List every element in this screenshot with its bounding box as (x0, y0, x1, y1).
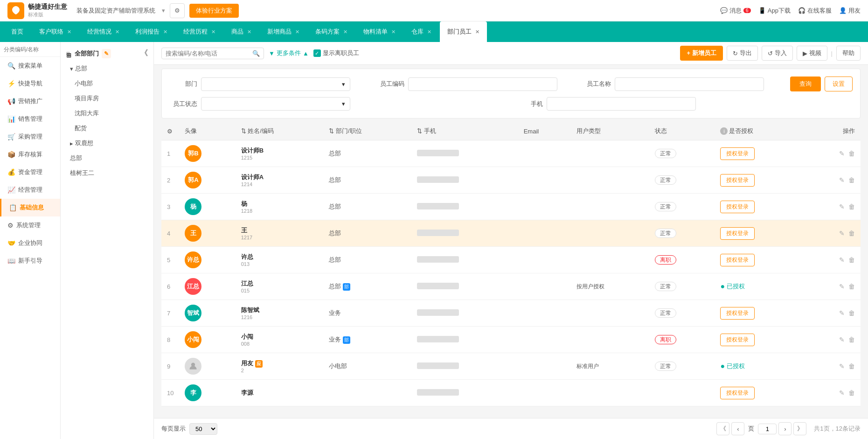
dept-collapse-icon[interactable]: 《 (140, 49, 148, 58)
sidebar-item-system[interactable]: ⚙ 系统管理 (0, 216, 60, 234)
dept-add-icon[interactable]: ✎ (102, 49, 111, 58)
view-button[interactable]: ▶ 视频 (797, 46, 827, 61)
sidebar-item-operation-mgmt[interactable]: 📈 经营管理 (0, 181, 60, 199)
dept-tree-item-projectroom[interactable]: 项目库房 (61, 91, 153, 106)
delete-icon[interactable]: 🗑 (848, 150, 855, 157)
authorize-button[interactable]: 授权登录 (720, 254, 755, 266)
authorize-button[interactable]: 授权登录 (720, 227, 755, 240)
edit-icon[interactable]: ✎ (839, 150, 845, 157)
delete-icon[interactable]: 🗑 (848, 389, 855, 397)
sidebar-item-marketing[interactable]: 📢 营销推广 (0, 92, 60, 110)
authorize-button[interactable]: 授权登录 (720, 201, 755, 213)
delete-icon[interactable]: 🗑 (848, 203, 855, 210)
nav-tab-products[interactable]: 商品 ✕ (224, 21, 259, 42)
close-icon[interactable]: ✕ (391, 29, 396, 35)
set-button[interactable]: 设置 (825, 77, 853, 91)
settings-button[interactable]: ⚙ (170, 3, 185, 18)
first-page-button[interactable]: 《 (716, 422, 729, 435)
close-icon[interactable]: ✕ (247, 29, 251, 35)
nav-tab-history[interactable]: 经营历程 ✕ (176, 21, 223, 42)
edit-icon[interactable]: ✎ (839, 389, 845, 397)
user-avatar[interactable]: 👤 用友 (839, 7, 861, 15)
query-button[interactable]: 查询 (790, 77, 821, 91)
close-icon[interactable]: ✕ (163, 29, 167, 35)
nav-tab-home[interactable]: 首页 (4, 21, 31, 42)
dept-tree-item-zongbu[interactable]: 总部 (61, 151, 153, 166)
sidebar-search-input[interactable] (4, 46, 61, 53)
sidebar-item-guide[interactable]: 📖 新手引导 (0, 252, 60, 270)
nav-tab-bom[interactable]: 物料清单 ✕ (356, 21, 403, 42)
edit-icon[interactable]: ✎ (839, 309, 845, 317)
nav-tab-warehouse[interactable]: 仓库 ✕ (404, 21, 439, 42)
dept-tree-item-peihuo[interactable]: 配货 (61, 121, 153, 136)
online-service-button[interactable]: 🎧 在线客服 (798, 7, 832, 15)
prev-page-button[interactable]: ‹ (731, 422, 744, 435)
sidebar-item-sales[interactable]: 📊 销售管理 (0, 110, 60, 128)
nav-tab-customer[interactable]: 客户联络 ✕ (32, 21, 79, 42)
nav-tab-profit[interactable]: 利润报告 ✕ (128, 21, 175, 42)
authorize-button[interactable]: 授权登录 (720, 334, 755, 346)
authorize-button[interactable]: 授权登录 (720, 307, 755, 320)
delete-icon[interactable]: 🗑 (848, 336, 855, 343)
status-filter-select[interactable]: ▾ (201, 97, 350, 111)
close-icon[interactable]: ✕ (295, 29, 299, 35)
sidebar-item-search[interactable]: 🔍 搜索菜单 (0, 57, 60, 75)
add-employee-button[interactable]: + 新增员工 (680, 46, 722, 61)
sidebar-item-quick-nav[interactable]: ⚡ 快捷导航 (0, 75, 60, 92)
delete-icon[interactable]: 🗑 (848, 230, 855, 237)
search-input[interactable] (166, 50, 250, 57)
phone-filter-input[interactable] (547, 97, 696, 111)
page-input[interactable] (758, 424, 777, 434)
sidebar-item-finance[interactable]: 💰 资金管理 (0, 163, 60, 181)
trial-button[interactable]: 体验行业方案 (189, 4, 239, 18)
edit-icon[interactable]: ✎ (839, 176, 845, 184)
delete-icon[interactable]: 🗑 (848, 176, 855, 184)
edit-icon[interactable]: ✎ (839, 283, 845, 290)
name-col-header[interactable]: ⇅ 姓名/编码 (236, 122, 324, 140)
edit-icon[interactable]: ✎ (839, 256, 845, 264)
nav-tab-department[interactable]: 部门员工 ✕ (440, 21, 487, 42)
delete-icon[interactable]: 🗑 (848, 256, 855, 264)
authorize-button[interactable]: 授权登录 (720, 387, 755, 399)
nav-tab-barcode[interactable]: 条码方案 ✕ (308, 21, 355, 42)
next-page-button[interactable]: › (778, 422, 792, 435)
edit-icon[interactable]: ✎ (839, 362, 845, 370)
dept-tree-item-shenyang[interactable]: 沈阳大库 (61, 106, 153, 121)
dept-tree-item-shuanglu[interactable]: ▸ 双鹿想 (61, 136, 153, 151)
sidebar-item-basic-info[interactable]: 📋 基础信息 (0, 199, 60, 216)
dept-col-header[interactable]: ⇅ 部门/职位 (323, 122, 411, 140)
authorize-button[interactable]: 授权登录 (720, 174, 755, 187)
close-icon[interactable]: ✕ (475, 29, 479, 35)
nav-tab-operation[interactable]: 经营情况 ✕ (80, 21, 127, 42)
dept-tree-item-general[interactable]: ▾ 总部 (61, 61, 153, 76)
sidebar-item-purchase[interactable]: 🛒 采购管理 (0, 128, 60, 146)
sidebar-item-enterprise[interactable]: 🤝 企业协同 (0, 234, 60, 252)
settings-col-header[interactable]: ⚙ (161, 122, 179, 140)
close-icon[interactable]: ✕ (115, 29, 119, 35)
per-page-select[interactable]: 50 100 200 (189, 423, 217, 435)
employee-code-input[interactable] (408, 77, 557, 91)
sidebar-item-inventory[interactable]: 📦 库存核算 (0, 146, 60, 163)
help-button[interactable]: 帮助 (836, 46, 861, 61)
nav-tab-new-product[interactable]: 新增商品 ✕ (260, 21, 307, 42)
close-icon[interactable]: ✕ (211, 29, 215, 35)
app-download-button[interactable]: 📱 App下载 (758, 7, 791, 15)
delete-icon[interactable]: 🗑 (848, 283, 855, 290)
show-resigned-toggle[interactable]: ✓ 显示离职员工 (313, 49, 359, 57)
close-icon[interactable]: ✕ (427, 29, 431, 35)
edit-icon[interactable]: ✎ (839, 230, 845, 237)
edit-icon[interactable]: ✎ (839, 203, 845, 210)
more-conditions-button[interactable]: ▼ 更多条件 ▲ (269, 49, 309, 57)
import-button[interactable]: ↺ 导入 (762, 46, 793, 61)
search-btn-icon[interactable]: 🔍 (252, 50, 260, 57)
dept-tree-item-shuzhu[interactable]: 植树王二 (61, 166, 153, 181)
phone-col-header[interactable]: ⇅ 手机 (411, 122, 518, 140)
close-icon[interactable]: ✕ (67, 29, 71, 35)
delete-icon[interactable]: 🗑 (848, 309, 855, 317)
export-button[interactable]: ↻ 导出 (727, 46, 758, 61)
message-button[interactable]: 💬 消息 6 (720, 7, 751, 15)
last-page-button[interactable]: 》 (793, 422, 806, 435)
close-icon[interactable]: ✕ (343, 29, 347, 35)
employee-name-input[interactable] (615, 77, 764, 91)
dept-tree-item-xiaodibu[interactable]: 小电部 (61, 76, 153, 91)
